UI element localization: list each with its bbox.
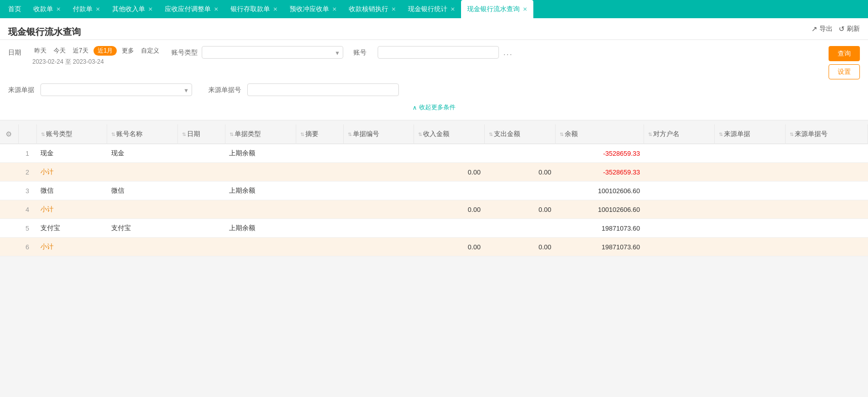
account-type-select-wrapper: 现金 微信 支付宝 <box>202 46 343 59</box>
col-header-source-doc[interactable]: ⇅来源单据 <box>715 124 786 144</box>
row-balance: 100102606.60 <box>555 182 644 200</box>
collapse-bar[interactable]: ∧ 收起更多条件 <box>8 101 860 114</box>
row-date <box>178 200 225 219</box>
row-doc-type: 上期余额 <box>225 182 296 200</box>
col-header-settings[interactable]: ⚙ <box>0 124 18 144</box>
row-income <box>414 182 485 200</box>
col-header-rownum <box>18 124 36 144</box>
row-doc-no <box>343 182 414 200</box>
tab-verify[interactable]: 收款核销执行✕ <box>343 0 402 18</box>
row-expense: 0.00 <box>485 163 556 182</box>
collapse-label: 收起更多条件 <box>419 103 455 112</box>
close-icon[interactable]: ✕ <box>214 6 218 13</box>
shortcut-today[interactable]: 今天 <box>52 46 68 56</box>
close-icon[interactable]: ✕ <box>148 6 153 13</box>
collapse-arrow-icon: ∧ <box>413 104 417 111</box>
col-header-account-name[interactable]: ⇅账号名称 <box>107 124 178 144</box>
page-title: 现金银行流水查询 <box>8 26 81 38</box>
close-icon[interactable]: ✕ <box>96 6 100 13</box>
row-account-type: 小计 <box>36 163 107 182</box>
tab-receipt[interactable]: 收款单✕ <box>27 0 67 18</box>
tab-other-income[interactable]: 其他收入单✕ <box>106 0 159 18</box>
row-expense: 0.00 <box>485 200 556 219</box>
row-date <box>178 182 225 200</box>
query-button[interactable]: 查询 <box>829 46 860 61</box>
account-type-select[interactable]: 现金 微信 支付宝 <box>202 46 343 59</box>
refresh-button[interactable]: ↺ 刷新 <box>839 24 860 33</box>
refresh-label: 刷新 <box>847 24 860 33</box>
source-doc-no-input[interactable] <box>247 83 399 96</box>
row-source-doc <box>715 144 786 163</box>
table-row: 2 小计 0.00 0.00 -3528659.33 <box>0 163 868 182</box>
shortcut-1month[interactable]: 近1月 <box>94 46 117 56</box>
col-header-income[interactable]: ⇅收入金额 <box>414 124 485 144</box>
row-summary <box>296 219 343 238</box>
settings-button[interactable]: 设置 <box>829 64 860 79</box>
close-icon[interactable]: ✕ <box>56 6 61 13</box>
shortcut-more[interactable]: 更多 <box>120 46 136 56</box>
tab-adjust[interactable]: 应收应付调整单✕ <box>159 0 224 18</box>
header-actions: ↗ 导出 ↺ 刷新 <box>811 24 860 39</box>
row-settings-cell <box>0 182 18 200</box>
row-balance: -3528659.33 <box>555 163 644 182</box>
account-input[interactable] <box>378 46 499 59</box>
row-doc-type <box>225 200 296 219</box>
row-source-doc <box>715 182 786 200</box>
col-header-counterpart[interactable]: ⇅对方户名 <box>644 124 715 144</box>
row-income: 0.00 <box>414 163 485 182</box>
col-header-account-type[interactable]: ⇅账号类型 <box>36 124 107 144</box>
source-doc-select[interactable] <box>40 83 192 96</box>
col-header-source-doc-no[interactable]: ⇅来源单据号 <box>786 124 868 144</box>
row-counterpart <box>644 144 715 163</box>
close-icon[interactable]: ✕ <box>523 6 527 13</box>
table-row: 4 小计 0.00 0.00 100102606.60 <box>0 200 868 219</box>
shortcut-yesterday[interactable]: 昨天 <box>32 46 49 56</box>
date-range: 2023-02-24 至 2023-03-24 <box>32 58 161 66</box>
close-icon[interactable]: ✕ <box>273 6 278 13</box>
top-navigation: 首页 收款单✕付款单✕其他收入单✕应收应付调整单✕银行存取款单✕预收冲应收单✕收… <box>0 0 868 18</box>
tab-flow[interactable]: 现金银行流水查询✕ <box>461 0 533 18</box>
gear-icon[interactable]: ⚙ <box>6 130 12 138</box>
row-doc-no <box>343 238 414 256</box>
tab-bank-deposit[interactable]: 银行存取款单✕ <box>224 0 284 18</box>
close-icon[interactable]: ✕ <box>391 6 396 13</box>
col-header-summary[interactable]: ⇅摘要 <box>296 124 343 144</box>
row-source-doc <box>715 219 786 238</box>
row-doc-type: 上期余额 <box>225 144 296 163</box>
shortcut-custom[interactable]: 自定义 <box>139 46 161 56</box>
row-account-name <box>107 238 178 256</box>
row-income <box>414 219 485 238</box>
col-header-doc-no[interactable]: ⇅单据编号 <box>343 124 414 144</box>
tab-payment[interactable]: 付款单✕ <box>67 0 106 18</box>
row-date <box>178 144 225 163</box>
row-doc-type <box>225 238 296 256</box>
col-header-balance[interactable]: ⇅余额 <box>555 124 644 144</box>
row-num: 6 <box>18 238 36 256</box>
shortcut-7days[interactable]: 近7天 <box>71 46 90 56</box>
row-account-name <box>107 163 178 182</box>
col-header-date[interactable]: ⇅日期 <box>178 124 225 144</box>
row-source-doc <box>715 200 786 219</box>
col-header-doc-type[interactable]: ⇅单据类型 <box>225 124 296 144</box>
row-counterpart <box>644 219 715 238</box>
row-source-doc-no <box>786 144 868 163</box>
source-doc-no-label: 来源单据号 <box>208 85 241 95</box>
row-summary <box>296 182 343 200</box>
row-counterpart <box>644 163 715 182</box>
tab-prepaid[interactable]: 预收冲应收单✕ <box>284 0 343 18</box>
row-account-type: 小计 <box>36 200 107 219</box>
col-header-expense[interactable]: ⇅支出金额 <box>485 124 556 144</box>
row-source-doc <box>715 238 786 256</box>
more-options-dots[interactable]: ... <box>503 48 513 57</box>
close-icon[interactable]: ✕ <box>450 6 455 13</box>
export-button[interactable]: ↗ 导出 <box>811 24 833 33</box>
tab-stats[interactable]: 现金银行统计✕ <box>402 0 461 18</box>
nav-home[interactable]: 首页 <box>2 0 27 18</box>
row-settings-cell <box>0 163 18 182</box>
close-icon[interactable]: ✕ <box>332 6 337 13</box>
row-income: 0.00 <box>414 200 485 219</box>
table-row: 6 小计 0.00 0.00 19871073.60 <box>0 238 868 256</box>
row-balance: -3528659.33 <box>555 144 644 163</box>
row-date <box>178 219 225 238</box>
row-expense <box>485 219 556 238</box>
